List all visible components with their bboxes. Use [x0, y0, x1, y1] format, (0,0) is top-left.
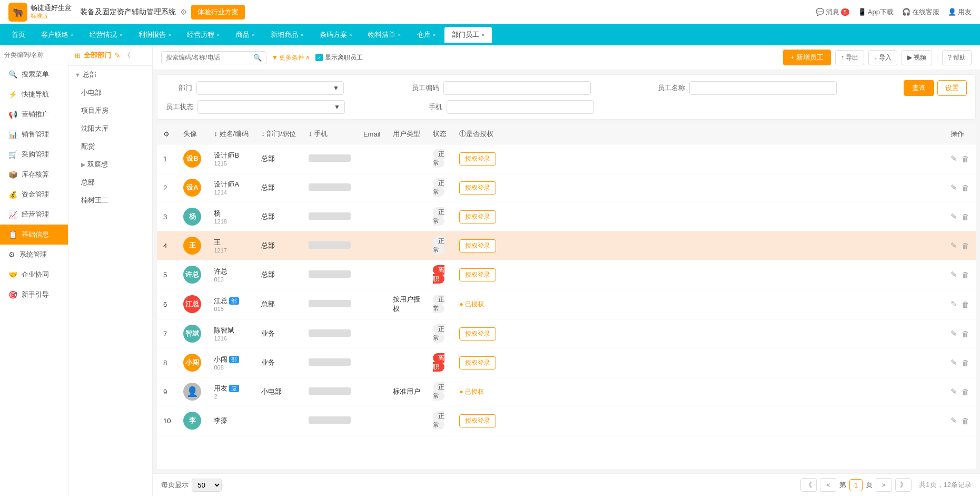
per-page-select[interactable]: 50 100 — [192, 479, 222, 492]
search-input[interactable] — [166, 54, 251, 61]
auth-login-btn[interactable]: 授权登录 — [459, 181, 496, 194]
sidebar-item-经营管理[interactable]: 📈经营管理 — [0, 205, 68, 225]
trial-btn[interactable]: 体验行业方案 — [191, 5, 245, 20]
auth-login-btn[interactable]: 授权登录 — [459, 210, 496, 223]
dept-collapse-icon[interactable]: 《 — [124, 51, 131, 60]
sidebar-item-资金管理[interactable]: 💰资金管理 — [0, 184, 68, 205]
tab-close-物料清单[interactable]: × — [398, 32, 401, 38]
filter-emp-name-input[interactable] — [689, 81, 837, 95]
tab-close-部门员工[interactable]: × — [481, 32, 484, 38]
nav-tab-部门员工[interactable]: 部门员工 × — [444, 27, 492, 43]
nav-tab-客户联络[interactable]: 客户联络 × — [34, 27, 81, 43]
edit-btn[interactable]: ✎ — [951, 270, 957, 279]
nav-tab-物料清单[interactable]: 物料清单 × — [361, 27, 408, 43]
tab-close-仓库[interactable]: × — [433, 32, 436, 38]
dept-item-双庭想-5[interactable]: ▶双庭想 — [68, 155, 152, 173]
nav-tab-商品[interactable]: 商品 × — [229, 27, 262, 43]
nav-tab-利润报告[interactable]: 利润报告 × — [131, 27, 179, 43]
tab-close-新增商品[interactable]: × — [300, 32, 303, 38]
edit-btn[interactable]: ✎ — [951, 299, 957, 309]
sidebar-item-采购管理[interactable]: 🛒采购管理 — [0, 144, 68, 164]
edit-btn[interactable]: ✎ — [951, 387, 957, 396]
auth-login-btn[interactable]: 授权登录 — [459, 239, 496, 252]
tab-close-经营情况[interactable]: × — [119, 32, 122, 38]
msg-btn[interactable]: 💬 消息 5 — [816, 7, 849, 17]
delete-btn[interactable]: 🗑 — [962, 329, 969, 338]
sidebar-item-新手引导[interactable]: 🎯新手引导 — [0, 285, 68, 305]
help-btn[interactable]: ? 帮助 — [942, 50, 972, 65]
edit-btn[interactable]: ✎ — [951, 416, 957, 425]
auth-login-btn[interactable]: 授权登录 — [459, 356, 496, 369]
dept-item-小电部-1[interactable]: 小电部 — [68, 84, 152, 102]
auth-login-btn[interactable]: 授权登录 — [459, 268, 496, 281]
col-dept[interactable]: ↕ 部门/职位 — [255, 124, 302, 144]
show-resigned-checkbox[interactable]: ✓ — [315, 54, 323, 61]
user-avatar[interactable]: 👤 用友 — [948, 7, 972, 17]
nav-tab-新增商品[interactable]: 新增商品 × — [263, 27, 311, 43]
delete-btn[interactable]: 🗑 — [962, 387, 969, 396]
dept-item-楠树王二-7[interactable]: 楠树王二 — [68, 191, 152, 209]
delete-btn[interactable]: 🗑 — [962, 358, 969, 367]
col-phone[interactable]: ↕ 手机 — [302, 124, 357, 144]
next-page-btn[interactable]: ＞ — [876, 478, 892, 492]
delete-btn[interactable]: 🗑 — [962, 154, 969, 163]
tab-close-商品[interactable]: × — [252, 32, 255, 38]
filter-emp-code-input[interactable] — [443, 81, 591, 95]
edit-btn[interactable]: ✎ — [951, 241, 957, 250]
search-btn[interactable]: 查询 — [904, 80, 934, 96]
col-settings[interactable]: ⚙ — [157, 124, 177, 144]
delete-btn[interactable]: 🗑 — [962, 183, 969, 192]
sidebar-item-搜索菜单[interactable]: 🔍搜索菜单 — [0, 64, 68, 84]
delete-btn[interactable]: 🗑 — [962, 241, 969, 250]
nav-tab-仓库[interactable]: 仓库 × — [410, 27, 443, 43]
delete-btn[interactable]: 🗑 — [962, 416, 969, 425]
search-icon[interactable]: 🔍 — [253, 54, 262, 62]
tab-close-利润报告[interactable]: × — [168, 32, 171, 38]
filter-dept-select[interactable]: ▼ — [196, 81, 344, 95]
tab-close-条码方案[interactable]: × — [349, 32, 352, 38]
first-page-btn[interactable]: 《 — [800, 478, 817, 492]
sidebar-item-快捷导航[interactable]: ⚡快捷导航 — [0, 84, 68, 104]
nav-tab-经营情况[interactable]: 经营情况 × — [82, 27, 130, 43]
auth-login-btn[interactable]: 授权登录 — [459, 414, 496, 427]
last-page-btn[interactable]: 》 — [895, 478, 912, 492]
support-btn[interactable]: 🎧 在线客服 — [902, 7, 939, 17]
prev-page-btn[interactable]: ＜ — [820, 478, 836, 492]
sidebar-item-基础信息[interactable]: 📋基础信息 — [0, 225, 68, 245]
more-filter-btn[interactable]: ▼ 更多条件 ∧ — [272, 53, 310, 62]
auth-login-btn[interactable]: 授权登录 — [459, 152, 496, 166]
dept-item-项目库房-2[interactable]: 项目库房 — [68, 102, 152, 120]
delete-btn[interactable]: 🗑 — [962, 212, 969, 221]
col-name[interactable]: ↕ 姓名/编码 — [207, 124, 255, 144]
delete-btn[interactable]: 🗑 — [962, 300, 969, 309]
edit-btn[interactable]: ✎ — [951, 358, 957, 367]
edit-btn[interactable]: ✎ — [951, 329, 957, 338]
filter-phone-input[interactable] — [447, 100, 594, 114]
sidebar-item-营销推广[interactable]: 📢营销推广 — [0, 104, 68, 124]
export-btn[interactable]: ↑ 导出 — [835, 50, 864, 65]
sidebar-item-销售管理[interactable]: 📊销售管理 — [0, 124, 68, 144]
edit-btn[interactable]: ✎ — [951, 154, 957, 163]
view-btn[interactable]: ▶ 视频 — [902, 50, 932, 65]
nav-tab-条码方案[interactable]: 条码方案 × — [312, 27, 360, 43]
tab-close-客户联络[interactable]: × — [71, 32, 74, 38]
filter-emp-status-select[interactable]: ▼ — [197, 100, 345, 114]
add-employee-btn[interactable]: + 新增员工 — [783, 50, 831, 65]
edit-btn[interactable]: ✎ — [951, 183, 957, 192]
dept-item-沈阳大库-3[interactable]: 沈阳大库 — [68, 120, 152, 138]
dept-item-配货-4[interactable]: 配货 — [68, 138, 152, 155]
nav-tab-首页[interactable]: 首页 — [4, 27, 33, 43]
sidebar-item-系统管理[interactable]: ⚙系统管理 — [0, 245, 68, 265]
dept-edit-icon[interactable]: ✎ — [114, 51, 121, 60]
dept-item-总部-0[interactable]: ▼总部 — [68, 66, 152, 84]
gear-icon[interactable]: ⚙ — [180, 7, 187, 17]
auth-login-btn[interactable]: 授权登录 — [459, 327, 496, 341]
sidebar-item-企业协同[interactable]: 🤝企业协同 — [0, 265, 68, 285]
sidebar-item-库存核算[interactable]: 📦库存核算 — [0, 164, 68, 184]
dept-item-总部-6[interactable]: 总部 — [68, 173, 152, 191]
edit-btn[interactable]: ✎ — [951, 212, 957, 221]
nav-tab-经营历程[interactable]: 经营历程 × — [180, 27, 227, 43]
import-btn[interactable]: ↓ 导入 — [868, 50, 897, 65]
tab-close-经营历程[interactable]: × — [216, 32, 220, 38]
app-download-btn[interactable]: 📱 App下载 — [858, 7, 894, 17]
